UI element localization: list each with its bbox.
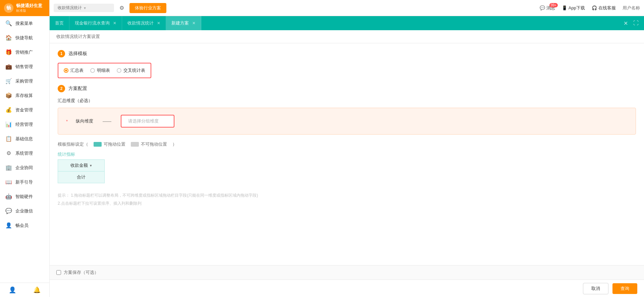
cancel-button[interactable]: 取消 xyxy=(583,283,608,294)
finance-icon: 💰 xyxy=(5,107,12,113)
dimension-row: * 纵向维度 —— 请选择分组维度 xyxy=(66,115,628,128)
sidebar-item-label: 库存核算 xyxy=(15,93,33,99)
enterprise-icon: 🏢 xyxy=(5,164,12,171)
system-icon: ⚙ xyxy=(5,150,12,156)
sidebar-item-label: 基础信息 xyxy=(15,136,33,142)
basic-info-icon: 📋 xyxy=(5,136,12,142)
col1-header-label: 收款金额 xyxy=(70,162,88,168)
sidebar-item-purchase[interactable]: 🛒 采购管理 xyxy=(0,74,49,88)
dimension-select[interactable]: 请选择分组维度 xyxy=(121,115,174,128)
step2-header: 2 方案配置 xyxy=(58,85,636,92)
sidebar-item-label: 营销推广 xyxy=(15,49,33,55)
logo-text: 畅捷通好生意 xyxy=(16,3,42,8)
sidebar-footer-avatar[interactable]: 👤 xyxy=(9,286,16,294)
tab-close-collection-stat[interactable]: ✕ xyxy=(157,21,160,26)
step2-number: 2 xyxy=(58,85,65,92)
page-footer: 方案保存（可选） xyxy=(50,265,644,280)
sidebar-nav: 🔍 搜索菜单 🏠 快捷导航 🎁 营销推广 💼 销售管理 🛒 采购管理 📦 库存核… xyxy=(0,16,49,283)
service-icon: 🎧 xyxy=(592,5,597,10)
app-download-button[interactable]: 📱 App下载 xyxy=(562,5,585,11)
breadcrumb: 收款情况统计 ▾ xyxy=(54,4,114,12)
radio-cross[interactable]: 交叉统计表 xyxy=(117,67,145,73)
metrics-grid: 统计指标 收款金额 ▾ 合计 xyxy=(58,151,636,183)
operation-icon: 📊 xyxy=(5,121,12,128)
tab-collection-stat[interactable]: 收款情况统计 ✕ xyxy=(122,16,166,30)
sidebar-item-label: 畅会员 xyxy=(15,222,29,229)
search-menu-icon: 🔍 xyxy=(5,20,12,27)
col-dropdown-icon[interactable]: ▾ xyxy=(90,163,92,168)
newbie-icon: 📖 xyxy=(5,179,12,185)
query-button[interactable]: 查询 xyxy=(612,283,637,294)
header-right: 💬 消息 99+ 📱 App下载 🎧 在线客服 用户名称 xyxy=(540,5,640,11)
sidebar-item-label: 企业微信 xyxy=(15,208,33,214)
tip-line2: 2.点击标题栏下拉可设置排序、插入列和删除列 xyxy=(58,199,636,207)
dimension-section-label: 汇总维度（必选） xyxy=(58,98,636,104)
nodrag-hint: 不可拖动位置 xyxy=(131,141,167,147)
online-service-label: 在线客服 xyxy=(598,5,616,11)
save-plan-checkbox[interactable] xyxy=(56,270,61,275)
app-download-label: App下载 xyxy=(569,5,585,11)
sidebar-item-sales[interactable]: 💼 销售管理 xyxy=(0,59,49,74)
sidebar-item-marketing[interactable]: 🎁 营销推广 xyxy=(0,45,49,59)
sidebar-item-enterprise-wechat[interactable]: 💬 企业微信 xyxy=(0,204,49,218)
enterprise-wechat-icon: 💬 xyxy=(5,208,12,214)
tab-new-plan[interactable]: 新建方案 ✕ xyxy=(166,16,201,30)
sidebar-item-system[interactable]: ⚙ 系统管理 xyxy=(0,146,49,160)
sidebar-item-newbie[interactable]: 📖 新手引导 xyxy=(0,175,49,189)
stat-label: 统计指标 xyxy=(58,151,636,157)
tab-new-plan-label: 新建方案 xyxy=(171,20,189,26)
sidebar-item-label: 销售管理 xyxy=(15,64,33,70)
sidebar-item-search-menu[interactable]: 🔍 搜索菜单 xyxy=(0,16,49,31)
tab-bank-flow[interactable]: 现金银行流水查询 ✕ xyxy=(69,16,122,30)
metrics-header: 模板指标设定（ 可拖动位置 不可拖动位置 ） xyxy=(58,141,636,147)
quick-nav-icon: 🏠 xyxy=(5,35,12,41)
breadcrumb-text: 收款情况统计 xyxy=(58,5,82,11)
step2-label: 方案配置 xyxy=(68,86,87,92)
arrow-icon: —— xyxy=(103,119,111,124)
radio-detail[interactable]: 明细表 xyxy=(90,67,110,73)
sidebar-footer: 👤 🔔 xyxy=(0,283,49,297)
template-selection-box: 汇总表 明细表 交叉统计表 xyxy=(58,63,151,78)
main-area: 收款情况统计 ▾ ⚙ 体验行业方案 💬 消息 99+ 📱 App下载 🎧 在线客… xyxy=(50,0,644,297)
sidebar-item-smart-hw[interactable]: 🤖 智能硬件 xyxy=(0,189,49,204)
trial-industry-button[interactable]: 体验行业方案 xyxy=(129,3,166,13)
sidebar-item-basic-info[interactable]: 📋 基础信息 xyxy=(0,132,49,146)
sidebar-footer-notification[interactable]: 🔔 xyxy=(33,286,41,294)
metrics-header-text: 模板指标设定（ xyxy=(58,141,88,147)
gear-icon[interactable]: ⚙ xyxy=(118,3,125,12)
purchase-icon: 🛒 xyxy=(5,78,12,84)
sales-icon: 💼 xyxy=(5,63,12,70)
col1-sub-label: 合计 xyxy=(77,175,86,180)
sidebar-item-label: 资金管理 xyxy=(15,107,33,113)
sidebar-item-label: 快捷导航 xyxy=(15,35,33,41)
tab-home[interactable]: 首页 xyxy=(50,16,69,30)
tab-close-new-plan[interactable]: ✕ xyxy=(192,21,196,26)
page-title: 收款情况统计方案设置 xyxy=(50,30,644,43)
draggable-label: 可拖动位置 xyxy=(104,141,125,147)
member-icon: 👤 xyxy=(5,222,12,229)
smart-hw-icon: 🤖 xyxy=(5,193,12,200)
radio-cross-label: 交叉统计表 xyxy=(123,67,145,73)
radio-cross-circle xyxy=(117,68,121,73)
vertical-dim-label: 纵向维度 xyxy=(76,118,93,124)
required-marker: * xyxy=(66,119,68,124)
sidebar-item-enterprise[interactable]: 🏢 企业协同 xyxy=(0,160,49,175)
notifications-button[interactable]: 💬 消息 99+ xyxy=(540,5,555,11)
sidebar-item-inventory[interactable]: 📦 库存核算 xyxy=(0,88,49,103)
radio-summary[interactable]: 汇总表 xyxy=(64,67,84,73)
sidebar-item-label: 新手引导 xyxy=(15,179,33,185)
step1-header: 1 选择模板 xyxy=(58,50,636,57)
sidebar-item-quick-nav[interactable]: 🏠 快捷导航 xyxy=(0,31,49,45)
tab-close-bank-flow[interactable]: ✕ xyxy=(113,21,116,26)
bottom-bar: 取消 查询 xyxy=(50,280,644,297)
metrics-col: 收款金额 ▾ 合计 xyxy=(58,159,105,183)
sidebar-item-finance[interactable]: 💰 资金管理 xyxy=(0,103,49,117)
tab-close-all-icon[interactable]: ✕ xyxy=(622,19,629,28)
step1-number: 1 xyxy=(58,50,65,57)
tab-bank-flow-label: 现金银行流水查询 xyxy=(75,20,110,26)
tab-maximize-icon[interactable]: ⛶ xyxy=(632,19,640,28)
col1-header[interactable]: 收款金额 ▾ xyxy=(58,159,105,171)
sidebar-item-member[interactable]: 👤 畅会员 xyxy=(0,218,49,233)
sidebar-item-operation[interactable]: 📊 经营管理 xyxy=(0,117,49,132)
online-service-button[interactable]: 🎧 在线客服 xyxy=(592,5,616,11)
